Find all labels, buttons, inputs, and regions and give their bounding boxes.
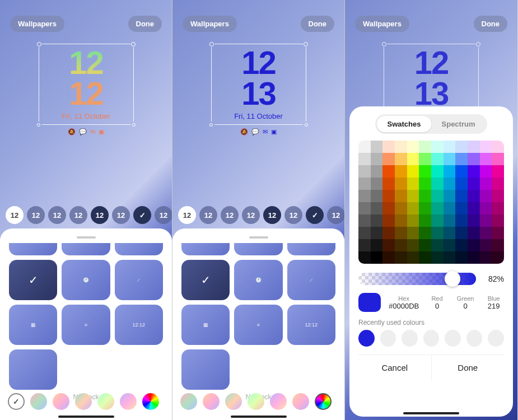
swatch-cell[interactable] [395,153,407,165]
style-card-selected[interactable]: ✓ [9,260,57,300]
swatch-cell[interactable] [444,202,456,214]
swatch-cell[interactable] [444,251,456,264]
style-card[interactable]: 🕐 [62,260,110,300]
font-option-selected[interactable]: ✓ [133,206,151,224]
style-card[interactable]: ⟋ [115,260,163,300]
swatch-cell[interactable] [455,178,468,190]
swatch-cell[interactable] [431,251,444,264]
style-card[interactable] [181,243,230,255]
style-card[interactable]: ▦ [9,305,57,345]
color-swatch[interactable] [292,393,309,410]
swatch-cell[interactable] [358,239,371,251]
swatch-cell[interactable] [480,227,492,239]
swatch-cell[interactable] [358,190,371,202]
wallpapers-button[interactable]: Wallpapers [355,16,409,32]
swatch-cell[interactable] [395,251,407,264]
font-option[interactable]: 12 [284,206,302,224]
style-card[interactable]: 12:12 [287,305,335,345]
font-option[interactable]: 12 [91,206,109,224]
blue-value[interactable]: 219 [483,302,504,310]
swatch-cell[interactable] [444,190,456,202]
font-option[interactable]: 12 [27,206,45,224]
swatch-cell[interactable] [468,202,480,214]
swatch-cell[interactable] [492,190,504,202]
swatch-cell[interactable] [492,239,504,251]
swatch-cell[interactable] [407,190,419,202]
done-button[interactable]: Done [128,16,162,32]
tab-spectrum[interactable]: Spectrum [431,116,486,132]
color-wheel-icon[interactable] [142,393,159,410]
green-value[interactable]: 0 [455,302,476,310]
color-wheel-selected[interactable] [315,393,332,410]
swatch-cell[interactable] [468,178,480,190]
home-indicator[interactable] [231,416,287,418]
tab-swatches[interactable]: Swatches [377,116,431,132]
swatch-cell[interactable] [407,251,419,264]
swatch-cell[interactable] [492,251,504,264]
swatch-cell[interactable] [407,165,419,178]
font-option[interactable]: 12 [155,206,172,224]
swatch-cell[interactable] [382,251,395,264]
swatch-cell[interactable] [358,141,371,153]
swatch-cell[interactable] [358,251,371,264]
swatch-cell[interactable] [431,178,444,190]
swatch-cell[interactable] [480,251,492,264]
swatch-cell[interactable] [431,153,444,165]
swatch-cell[interactable] [455,141,468,153]
color-swatch[interactable] [203,393,220,410]
color-swatch[interactable] [180,393,197,410]
color-swatch[interactable] [248,393,264,410]
font-option-selected[interactable]: ✓ [306,206,324,224]
swatch-cell[interactable] [492,153,504,165]
swatch-cell[interactable] [419,190,431,202]
swatch-cell[interactable] [371,153,383,165]
swatch-cell[interactable] [419,202,431,214]
style-card[interactable] [181,349,230,390]
swatch-cell[interactable] [382,190,395,202]
color-swatch[interactable] [97,393,114,410]
swatch-cell[interactable] [358,214,371,227]
wallpapers-button[interactable]: Wallpapers [10,16,64,32]
swatch-grid[interactable] [358,141,504,264]
font-style-scroller[interactable]: 12 12 12 12 12 12 ✓ 12 [172,206,344,224]
clock-preview[interactable]: 12 13 Fri, 11 October 🔕💬✉▣ [211,44,306,136]
style-card[interactable] [9,243,57,255]
swatch-cell[interactable] [480,190,492,202]
swatch-cell[interactable] [492,165,504,178]
swatch-cell[interactable] [371,251,383,264]
swatch-cell[interactable] [382,214,395,227]
swatch-cell[interactable] [419,251,431,264]
swatch-cell[interactable] [431,227,444,239]
swatch-cell[interactable] [382,202,395,214]
swatch-cell[interactable] [371,190,383,202]
swatch-cell[interactable] [468,153,480,165]
swatch-cell[interactable] [371,165,383,178]
swatch-cell[interactable] [480,153,492,165]
swatch-cell[interactable] [419,214,431,227]
swatch-cell[interactable] [431,141,444,153]
swatch-cell[interactable] [455,251,468,264]
swatch-cell[interactable] [358,153,371,165]
swatch-cell[interactable] [431,239,444,251]
swatch-cell[interactable] [480,141,492,153]
font-option[interactable]: 12 [69,206,87,224]
swatch-cell[interactable] [395,165,407,178]
swatch-cell[interactable] [480,178,492,190]
swatch-cell[interactable] [407,153,419,165]
swatch-cell[interactable] [419,178,431,190]
swatch-cell[interactable] [480,239,492,251]
font-option[interactable]: 12 [221,206,239,224]
swatch-cell[interactable] [455,202,468,214]
swatch-cell[interactable] [468,214,480,227]
swatch-cell[interactable] [480,165,492,178]
swatch-cell[interactable] [444,165,456,178]
swatch-cell[interactable] [382,178,395,190]
swatch-cell[interactable] [455,153,468,165]
swatch-cell[interactable] [407,239,419,251]
done-button[interactable]: Done [301,16,335,32]
font-style-scroller[interactable]: 12 12 12 12 12 12 ✓ 12 [0,206,172,224]
swatch-cell[interactable] [492,202,504,214]
swatch-cell[interactable] [382,239,395,251]
swatch-cell[interactable] [492,214,504,227]
font-option[interactable]: 12 [178,206,196,224]
